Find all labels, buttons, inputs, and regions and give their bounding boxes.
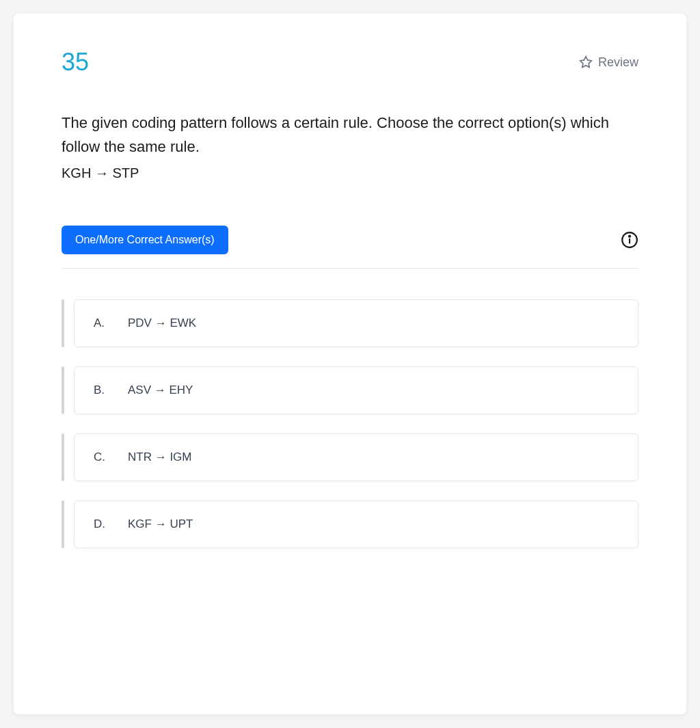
option-b[interactable]: B. ASV → EHY xyxy=(62,366,638,414)
option-box: B. ASV → EHY xyxy=(74,366,638,414)
review-label: Review xyxy=(598,55,638,70)
question-pattern: KGH → STP xyxy=(62,165,638,181)
badge-row: One/More Correct Answer(s) xyxy=(62,226,638,254)
option-letter: B. xyxy=(94,383,128,397)
question-card: 35 Review The given coding pattern follo… xyxy=(14,14,686,714)
question-text: The given coding pattern follows a certa… xyxy=(62,111,638,159)
option-text: PDV → EWK xyxy=(128,316,196,330)
divider xyxy=(62,268,638,269)
svg-marker-0 xyxy=(580,57,592,68)
answer-type-badge: One/More Correct Answer(s) xyxy=(62,226,228,254)
option-box: D. KGF → UPT xyxy=(74,500,638,548)
star-icon xyxy=(579,55,593,69)
info-icon[interactable] xyxy=(621,231,638,249)
question-number: 35 xyxy=(62,48,89,77)
option-text: NTR → IGM xyxy=(128,450,192,464)
option-bar xyxy=(62,433,64,481)
option-bar xyxy=(62,299,64,347)
option-letter: D. xyxy=(94,517,128,531)
option-d[interactable]: D. KGF → UPT xyxy=(62,500,638,548)
option-c[interactable]: C. NTR → IGM xyxy=(62,433,638,481)
option-letter: A. xyxy=(94,316,128,330)
option-a[interactable]: A. PDV → EWK xyxy=(62,299,638,347)
option-text: ASV → EHY xyxy=(128,383,193,397)
option-box: C. NTR → IGM xyxy=(74,433,638,481)
svg-point-3 xyxy=(629,236,630,237)
option-box: A. PDV → EWK xyxy=(74,299,638,347)
review-toggle[interactable]: Review xyxy=(579,55,638,70)
option-text: KGF → UPT xyxy=(128,517,193,531)
header-row: 35 Review xyxy=(62,48,638,77)
option-bar xyxy=(62,500,64,548)
option-bar xyxy=(62,366,64,414)
option-letter: C. xyxy=(94,450,128,464)
options-container: A. PDV → EWK B. ASV → EHY C. NTR → IGM D… xyxy=(62,299,638,548)
